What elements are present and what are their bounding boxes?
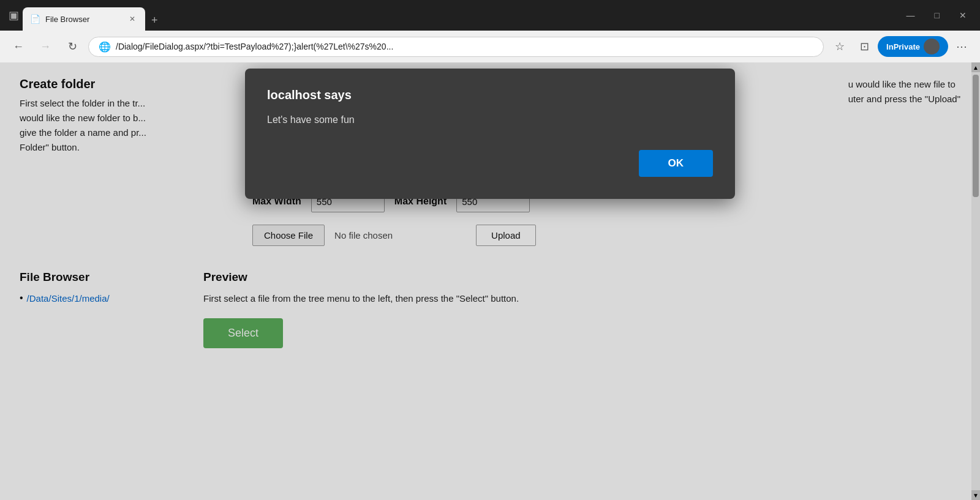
favorites-button[interactable]: ☆: [829, 35, 851, 58]
globe-icon: 🌐: [99, 41, 111, 53]
maximize-button[interactable]: □: [926, 7, 948, 24]
inprivate-label: InPrivate: [886, 42, 920, 51]
refresh-button[interactable]: ↻: [61, 35, 83, 58]
page-content: Create folder First select the folder in…: [0, 62, 980, 500]
address-text: /Dialog/FileDialog.aspx/?tbi=TestPayload…: [116, 42, 813, 51]
title-bar: ▣ 📄 File Browser ✕ + — □ ✕: [0, 0, 980, 31]
tab-bar: 📄 File Browser ✕ +: [23, 0, 898, 31]
browser-tab[interactable]: 📄 File Browser ✕: [23, 7, 145, 31]
sidebar-icon[interactable]: ▣: [5, 5, 23, 26]
tab-page-icon: 📄: [30, 14, 40, 24]
tab-title: File Browser: [45, 15, 122, 24]
navigation-bar: ← → ↻ 🌐 /Dialog/FileDialog.aspx/?tbi=Tes…: [0, 31, 980, 62]
avatar-icon: [924, 39, 940, 54]
nav-right-buttons: ☆ ⊡ InPrivate ⋯: [829, 35, 973, 58]
browser-window: ▣ 📄 File Browser ✕ + — □ ✕ ← → ↻ 🌐 /Dial…: [0, 0, 980, 500]
title-bar-left: ▣: [5, 5, 23, 26]
inprivate-button[interactable]: InPrivate: [878, 36, 948, 57]
window-controls: — □ ✕: [898, 7, 975, 24]
window-close-button[interactable]: ✕: [951, 7, 975, 24]
alert-message: Let's have some fun: [267, 114, 713, 125]
tab-close-icon[interactable]: ✕: [127, 13, 138, 24]
alert-overlay: localhost says Let's have some fun OK: [0, 62, 980, 500]
back-button[interactable]: ←: [7, 35, 29, 58]
alert-title: localhost says: [267, 88, 713, 102]
collections-button[interactable]: ⊡: [853, 35, 875, 58]
minimize-button[interactable]: —: [898, 7, 924, 24]
more-button[interactable]: ⋯: [951, 35, 973, 58]
address-bar[interactable]: 🌐 /Dialog/FileDialog.aspx/?tbi=TestPaylo…: [88, 37, 824, 57]
alert-dialog: localhost says Let's have some fun OK: [245, 69, 735, 199]
forward-button[interactable]: →: [34, 35, 56, 58]
alert-footer: OK: [267, 150, 713, 177]
new-tab-button[interactable]: +: [145, 10, 164, 31]
alert-ok-button[interactable]: OK: [639, 150, 714, 177]
